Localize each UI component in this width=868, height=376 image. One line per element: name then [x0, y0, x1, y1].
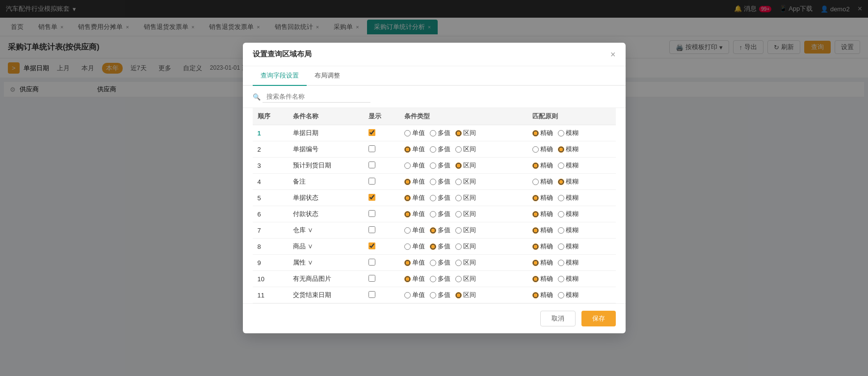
type-radio[interactable] [404, 195, 411, 201]
type-radio-label[interactable]: 单值 [404, 177, 425, 186]
type-radio[interactable] [404, 243, 411, 250]
type-radio-label[interactable]: 单值 [404, 242, 425, 251]
match-radio[interactable] [558, 292, 564, 298]
match-radio-label[interactable]: 模糊 [558, 242, 579, 251]
type-radio-label[interactable]: 多值 [430, 161, 450, 170]
type-radio-label[interactable]: 多值 [430, 258, 450, 267]
match-radio-label[interactable]: 精确 [532, 193, 553, 202]
type-radio[interactable] [430, 211, 436, 217]
type-radio[interactable] [455, 130, 462, 136]
match-radio[interactable] [532, 162, 539, 169]
type-radio[interactable] [455, 292, 462, 298]
type-radio[interactable] [404, 211, 411, 217]
type-radio[interactable] [430, 195, 436, 201]
show-checkbox[interactable] [368, 194, 375, 201]
dialog-close-btn[interactable]: × [610, 50, 616, 59]
type-radio-label[interactable]: 单值 [404, 161, 425, 170]
match-radio-label[interactable]: 模糊 [558, 193, 579, 202]
match-radio-label[interactable]: 模糊 [558, 210, 579, 218]
match-radio[interactable] [532, 227, 539, 234]
type-radio[interactable] [430, 162, 436, 169]
tab-query-fields[interactable]: 查询字段设置 [253, 66, 307, 86]
match-radio-label[interactable]: 精确 [532, 274, 553, 283]
tab-layout-adjust[interactable]: 布局调整 [307, 66, 348, 86]
type-radio-label[interactable]: 多值 [430, 242, 450, 251]
type-radio-label[interactable]: 多值 [430, 145, 450, 154]
type-radio-label[interactable]: 区间 [455, 177, 476, 186]
match-radio[interactable] [558, 162, 564, 169]
match-radio-label[interactable]: 精确 [532, 145, 553, 154]
match-radio-label[interactable]: 精确 [532, 242, 553, 251]
match-radio[interactable] [532, 292, 539, 298]
type-radio-label[interactable]: 单值 [404, 145, 425, 154]
show-checkbox[interactable] [368, 129, 375, 136]
type-radio[interactable] [430, 130, 436, 136]
match-radio[interactable] [558, 195, 564, 201]
show-checkbox[interactable] [368, 210, 375, 217]
match-radio-label[interactable]: 模糊 [558, 274, 579, 283]
match-radio[interactable] [532, 146, 539, 153]
type-radio-label[interactable]: 单值 [404, 291, 425, 299]
type-radio[interactable] [455, 146, 462, 153]
type-radio-label[interactable]: 单值 [404, 226, 425, 235]
show-checkbox[interactable] [368, 226, 375, 233]
type-radio[interactable] [430, 260, 436, 266]
type-radio[interactable] [404, 146, 411, 153]
show-checkbox[interactable] [368, 291, 375, 298]
type-radio-label[interactable]: 多值 [430, 291, 450, 299]
match-radio-label[interactable]: 精确 [532, 129, 553, 137]
type-radio-label[interactable]: 区间 [455, 291, 476, 299]
match-radio[interactable] [558, 227, 564, 234]
type-radio[interactable] [455, 195, 462, 201]
type-radio[interactable] [404, 130, 411, 136]
show-checkbox[interactable] [368, 259, 375, 266]
type-radio[interactable] [404, 227, 411, 234]
show-checkbox[interactable] [368, 178, 375, 185]
match-radio[interactable] [558, 179, 564, 185]
type-radio-label[interactable]: 区间 [455, 258, 476, 267]
match-radio-label[interactable]: 模糊 [558, 226, 579, 235]
type-radio-label[interactable]: 单值 [404, 210, 425, 218]
type-radio-label[interactable]: 多值 [430, 210, 450, 218]
match-radio-label[interactable]: 精确 [532, 161, 553, 170]
type-radio-label[interactable]: 区间 [455, 161, 476, 170]
type-radio-label[interactable]: 单值 [404, 129, 425, 137]
type-radio[interactable] [430, 146, 436, 153]
type-radio-label[interactable]: 多值 [430, 274, 450, 283]
type-radio[interactable] [430, 227, 436, 234]
match-radio[interactable] [558, 130, 564, 136]
type-radio-label[interactable]: 多值 [430, 193, 450, 202]
show-checkbox[interactable] [368, 275, 375, 282]
match-radio[interactable] [532, 211, 539, 217]
match-radio[interactable] [532, 276, 539, 282]
match-radio[interactable] [558, 276, 564, 282]
type-radio-label[interactable]: 单值 [404, 258, 425, 267]
type-radio-label[interactable]: 多值 [430, 177, 450, 186]
match-radio[interactable] [532, 260, 539, 266]
type-radio-label[interactable]: 区间 [455, 274, 476, 283]
type-radio-label[interactable]: 多值 [430, 129, 450, 137]
show-checkbox[interactable] [368, 161, 375, 168]
type-radio[interactable] [455, 276, 462, 282]
match-radio-label[interactable]: 模糊 [558, 258, 579, 267]
match-radio-label[interactable]: 精确 [532, 177, 553, 186]
search-input[interactable] [263, 91, 370, 103]
type-radio-label[interactable]: 多值 [430, 226, 450, 235]
type-radio[interactable] [455, 227, 462, 234]
match-radio-label[interactable]: 模糊 [558, 129, 579, 137]
type-radio[interactable] [404, 260, 411, 266]
match-radio-label[interactable]: 模糊 [558, 145, 579, 154]
match-radio-label[interactable]: 精确 [532, 210, 553, 218]
match-radio-label[interactable]: 精确 [532, 258, 553, 267]
type-radio[interactable] [430, 292, 436, 298]
match-radio[interactable] [532, 130, 539, 136]
match-radio-label[interactable]: 模糊 [558, 291, 579, 299]
type-radio-label[interactable]: 区间 [455, 145, 476, 154]
type-radio[interactable] [430, 276, 436, 282]
type-radio[interactable] [404, 179, 411, 185]
type-radio[interactable] [455, 243, 462, 250]
type-radio-label[interactable]: 单值 [404, 193, 425, 202]
type-radio[interactable] [430, 179, 436, 185]
cancel-btn[interactable]: 取消 [540, 311, 576, 326]
type-radio-label[interactable]: 区间 [455, 193, 476, 202]
